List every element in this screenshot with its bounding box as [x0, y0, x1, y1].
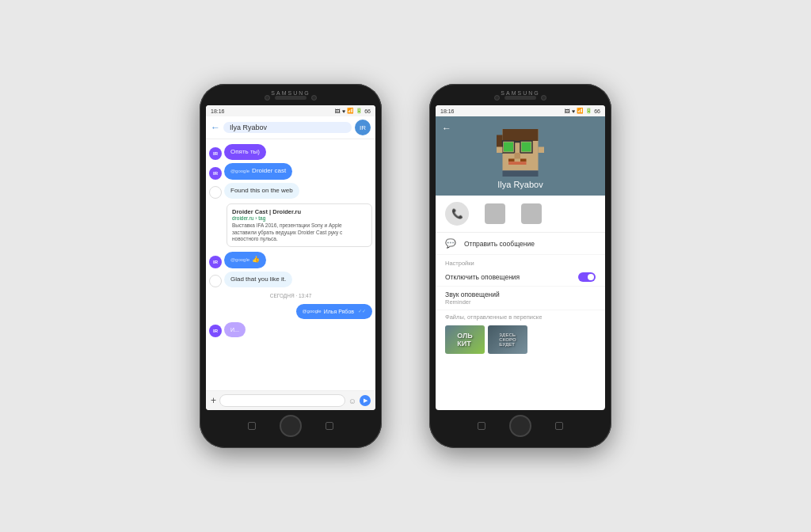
right-phone: SAMSUNG 18:16 🖼 ♥ 📶 🔋 66 ← — [429, 84, 611, 448]
battery-icon: 🔋 — [356, 108, 363, 114]
send-message-label: Отправить сообщение — [464, 240, 535, 248]
send-message-item[interactable]: 💬 Отправить сообщение — [436, 233, 605, 255]
profile-avatar — [497, 129, 544, 177]
file-overlay-1: ОЛЬКИТ — [445, 325, 485, 354]
svg-rect-8 — [515, 153, 521, 159]
speaker-right — [504, 96, 536, 100]
heart-icon: ♥ — [342, 108, 345, 114]
message-row-8: @google Илья Рябов ✓✓ — [209, 304, 372, 319]
wifi-icon: 📶 — [347, 108, 354, 114]
recents-nav-right[interactable] — [555, 422, 563, 430]
sound-sub: Reminder — [445, 298, 500, 306]
video-action[interactable] — [485, 203, 505, 224]
chat-header: ← Ilya Ryabov IR — [206, 116, 375, 139]
notifications-toggle[interactable] — [578, 272, 596, 282]
web-card-title: Droider Cast | Droider.ru — [232, 208, 367, 215]
add-attachment-button[interactable]: + — [211, 395, 216, 406]
phone-top-bar-right: SAMSUNG — [436, 92, 605, 105]
sound-label: Звук оповещений — [445, 291, 500, 298]
file-overlay-2: ЗДЕСЬСКОРОБУДЕТ — [488, 325, 527, 354]
recents-nav-left[interactable] — [326, 422, 333, 430]
chat-messages: IR Опять ты) IR @google Droider cast G — [206, 139, 375, 390]
chat-input-bar: + ☺ ▶ — [206, 390, 375, 410]
call-action[interactable]: 📞 — [445, 202, 469, 226]
more-action[interactable] — [521, 203, 542, 224]
send-button[interactable]: ▶ — [360, 395, 371, 406]
timestamp: СЕГОДНЯ · 13:47 — [209, 293, 372, 298]
profile-header: ← — [436, 116, 605, 196]
notifications-toggle-row: Отключить оповещения — [436, 268, 605, 287]
message-row-6: G Glad that you like it. — [209, 272, 372, 287]
google-avatar-6: G — [209, 275, 222, 287]
home-button-left[interactable] — [280, 415, 302, 437]
contact-avatar[interactable]: IR — [355, 120, 371, 135]
battery-level-right: 66 — [594, 108, 600, 114]
profile-actions: 📞 — [436, 196, 605, 233]
chat-title: Ilya Ryabov — [223, 122, 352, 133]
status-bar-right: 18:16 🖼 ♥ 📶 🔋 66 — [436, 105, 605, 116]
svg-rect-13 — [539, 147, 545, 154]
call-icon[interactable]: 📞 — [445, 202, 469, 226]
wifi-icon-r: 📶 — [577, 108, 584, 114]
message-icon: 💬 — [445, 238, 458, 249]
back-nav-left[interactable] — [248, 422, 256, 430]
profile-back-button[interactable]: ← — [442, 123, 451, 134]
notification-icon: 🖼 — [335, 108, 341, 114]
phone-bottom-left — [206, 410, 375, 440]
back-button[interactable]: ← — [211, 122, 220, 133]
web-card[interactable]: Droider Cast | Droider.ru droider.ru › t… — [227, 203, 372, 247]
web-card-url: droider.ru › tag — [232, 215, 367, 221]
bubble-text-8: Илья Рябов — [324, 308, 354, 315]
sound-row[interactable]: Звук оповещений Reminder — [436, 287, 605, 310]
file-thumb-1[interactable]: ОЛЬКИТ — [445, 325, 485, 354]
file-thumb-2[interactable]: ЗДЕСЬСКОРОБУДЕТ — [488, 325, 527, 354]
bubble-text-5: 👍 — [252, 256, 260, 264]
settings-section-label: Настройки — [436, 255, 605, 268]
battery-icon-r: 🔋 — [585, 108, 592, 114]
svg-rect-5 — [515, 141, 521, 142]
status-icons-left: 🖼 ♥ 📶 🔋 66 — [335, 108, 371, 114]
notification-icon-r: 🖼 — [565, 108, 570, 114]
phone-top-bar-left: SAMSUNG — [206, 92, 375, 105]
avatar-1: IR — [209, 147, 222, 160]
profile-name: Ilya Ryabov — [497, 180, 543, 189]
svg-rect-10 — [520, 159, 527, 162]
home-button-right[interactable] — [509, 415, 531, 437]
avatar-9: IR — [209, 325, 222, 337]
status-bar-left: 18:16 🖼 ♥ 📶 🔋 66 — [206, 105, 375, 116]
speaker-left — [275, 96, 307, 100]
emoji-button[interactable]: ☺ — [348, 397, 356, 405]
svg-rect-1 — [503, 129, 539, 141]
battery-level-left: 66 — [364, 108, 371, 114]
left-screen: 18:16 🖼 ♥ 📶 🔋 66 ← Ilya Ryabov IR IR Опя… — [206, 105, 375, 410]
phone-icon: 📞 — [451, 208, 463, 219]
svg-rect-11 — [508, 162, 527, 165]
message-row-2: IR @google Droider cast — [209, 163, 372, 179]
brand-label-left: SAMSUNG — [271, 90, 310, 96]
message-row-9: IR И... — [209, 322, 372, 337]
svg-rect-6 — [504, 142, 513, 152]
notifications-label: Отключить оповещения — [445, 273, 520, 281]
heart-icon-r: ♥ — [572, 108, 575, 114]
left-phone: SAMSUNG 18:16 🖼 ♥ 📶 🔋 66 ← Ilya Ryabov I… — [200, 84, 382, 448]
bubble-2: @google Droider cast — [224, 163, 292, 179]
sound-row-left: Звук оповещений Reminder — [445, 291, 500, 306]
status-icons-right: 🖼 ♥ 📶 🔋 66 — [565, 108, 600, 114]
bubble-text-3: Found this on the web — [230, 187, 293, 195]
web-card-container: Droider Cast | Droider.ru droider.ru › t… — [227, 202, 372, 249]
phone-bottom-right — [436, 410, 605, 440]
front-camera-left — [265, 95, 270, 101]
bubble-text-6: Glad that you like it. — [230, 276, 286, 283]
message-row-1: IR Опять ты) — [209, 144, 372, 160]
bubble-text-1: Опять ты) — [230, 148, 260, 156]
bubble-3: Found this on the web — [224, 183, 299, 199]
sensor-left — [311, 95, 317, 101]
bubble-text-2: Droider cast — [252, 167, 286, 175]
avatar-5: IR — [209, 256, 222, 268]
brand-label-right: SAMSUNG — [501, 90, 539, 96]
back-nav-right[interactable] — [478, 422, 485, 430]
message-input[interactable] — [219, 394, 345, 407]
status-time-left: 18:16 — [211, 108, 225, 114]
bubble-8: @google Илья Рябов ✓✓ — [296, 304, 372, 319]
files-section-label: Файлы, отправленные в переписке — [436, 310, 605, 322]
